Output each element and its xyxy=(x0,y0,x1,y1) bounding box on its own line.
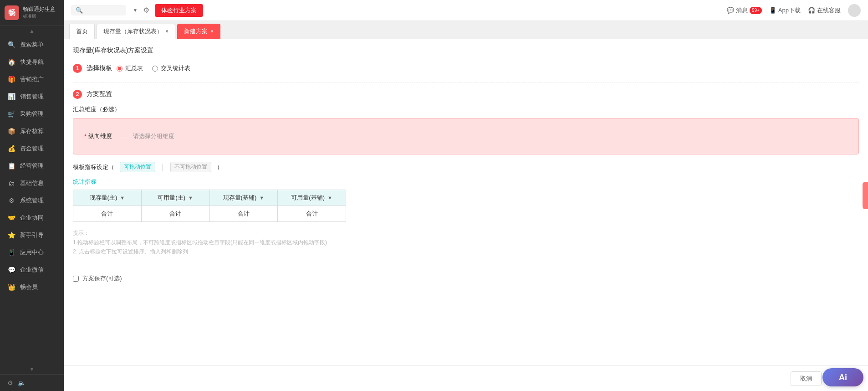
sidebar-item-sales[interactable]: 📊 销售管理 xyxy=(0,88,64,105)
tab-new-plan[interactable]: 新建方案 × xyxy=(177,24,220,39)
sidebar-item-finance[interactable]: 💰 资金管理 xyxy=(0,140,64,157)
app-logo: 畅 畅赚通好生意 标准版 xyxy=(0,0,64,26)
trial-btn[interactable]: 体验行业方案 xyxy=(155,4,203,17)
section2-title: 方案配置 xyxy=(87,90,112,98)
nav-dropdown[interactable]: ▼ xyxy=(131,8,138,13)
col2-chevron-icon[interactable]: ▼ xyxy=(259,195,264,201)
indicator-setting-label: 模板指标设定（ xyxy=(73,163,114,171)
indicator-close: ） xyxy=(217,163,223,171)
col1-sub-label: 合计 xyxy=(169,210,181,218)
sidebar-item-member[interactable]: 👑 畅会员 xyxy=(0,278,64,296)
chat-icon: 💬 xyxy=(7,266,15,273)
settings-bottom-icon[interactable]: ⚙ xyxy=(7,379,13,386)
headset-icon: 🎧 xyxy=(808,7,815,14)
money-icon: 💰 xyxy=(7,145,15,152)
col-current-aux-label: 现存量(基辅) xyxy=(223,194,257,202)
sidebar-bottom: ⚙ 🔈 xyxy=(0,374,64,391)
search-input[interactable] xyxy=(85,7,121,14)
message-label: 消息 xyxy=(736,6,748,15)
col0-sub: 合计 xyxy=(73,206,142,221)
sidebar-item-label: 快捷导航 xyxy=(20,58,44,66)
sidebar-item-management[interactable]: 📋 经营管理 xyxy=(0,157,64,175)
col0-sub-label: 合计 xyxy=(101,210,113,218)
tab-inventory-label: 现存量（库存状况表） xyxy=(103,27,163,36)
ai-float-button[interactable]: Ai xyxy=(822,368,863,386)
right-edge-handle[interactable] xyxy=(863,182,868,209)
col-current-main[interactable]: 现存量(主) ▼ xyxy=(73,190,142,206)
online-service-item[interactable]: 🎧 在线客服 xyxy=(808,6,841,15)
col-available-main[interactable]: 可用量(主) ▼ xyxy=(142,190,210,206)
section2-header: 2 方案配置 xyxy=(73,90,859,99)
tab-inventory-close-icon[interactable]: × xyxy=(165,28,168,35)
col3-sub-label: 合计 xyxy=(306,210,318,218)
sidebar-item-label: 企业微信 xyxy=(20,266,44,274)
draggable-tag: 可拖动位置 xyxy=(120,162,155,172)
sidebar-item-label: 营销推广 xyxy=(20,75,44,83)
sidebar-item-purchase[interactable]: 🛒 采购管理 xyxy=(0,105,64,123)
crown-icon: 👑 xyxy=(7,283,15,291)
sidebar-item-label: 系统管理 xyxy=(20,196,44,205)
sidebar-item-inventory[interactable]: 📦 库存核算 xyxy=(0,123,64,140)
page-inner: 现存量(库存状况表)方案设置 1 选择模板 汇总表 交叉统计表 xyxy=(64,39,868,365)
col1-chevron-icon[interactable]: ▼ xyxy=(188,195,193,201)
dimension-placeholder: 请选择分组维度 xyxy=(133,132,174,140)
col2-sub-label: 合计 xyxy=(238,210,250,218)
sidebar-item-newbie[interactable]: ⭐ 新手引导 xyxy=(0,226,64,244)
sidebar-nav: 🔍 搜索菜单 🏠 快捷导航 🎁 营销推广 📊 销售管理 🛒 采购管理 📦 库存核… xyxy=(0,36,64,364)
sidebar-item-marketing[interactable]: 🎁 营销推广 xyxy=(0,71,64,88)
indicator-separator: │ xyxy=(161,164,165,171)
radio-cross-label: 交叉统计表 xyxy=(161,64,190,72)
sidebar-item-app-center[interactable]: 📱 应用中心 xyxy=(0,244,64,261)
box-icon: 📦 xyxy=(7,128,15,135)
sidebar-scroll-up[interactable]: ▲ xyxy=(0,26,64,36)
sidebar-item-basic-info[interactable]: 🗂 基础信息 xyxy=(0,175,64,192)
col-current-aux[interactable]: 现存量(基辅) ▼ xyxy=(210,190,278,206)
chevron-down-icon: ▼ xyxy=(133,8,138,13)
message-icon: 💬 xyxy=(727,7,734,14)
gear-topbar-icon[interactable]: ⚙ xyxy=(143,6,149,15)
sidebar-item-system[interactable]: ⚙ 系统管理 xyxy=(0,192,64,209)
cart-icon: 🛒 xyxy=(7,110,15,118)
search-box[interactable]: 🔍 xyxy=(71,5,126,15)
tips-item-2: 2. 点击标题栏下拉可设置排序、插入列和删除列 xyxy=(73,248,859,256)
sidebar-item-wechat[interactable]: 💬 企业微信 xyxy=(0,261,64,278)
section-template: 1 选择模板 汇总表 交叉统计表 xyxy=(73,64,859,73)
tab-new-plan-label: 新建方案 xyxy=(184,27,208,36)
handshake-icon: 🤝 xyxy=(7,214,15,221)
user-avatar[interactable] xyxy=(848,4,861,17)
message-badge-item[interactable]: 💬 消息 99+ xyxy=(727,6,762,15)
tab-inventory-status[interactable]: 现存量（库存状况表） × xyxy=(97,24,175,39)
app-download-label: App下载 xyxy=(778,6,801,15)
online-service-label: 在线客服 xyxy=(817,6,841,15)
sidebar-item-label: 应用中心 xyxy=(20,248,44,257)
section1-num: 1 xyxy=(73,64,82,73)
sidebar-item-collab[interactable]: 🤝 企业协同 xyxy=(0,209,64,226)
col3-chevron-icon[interactable]: ▼ xyxy=(327,195,332,201)
sidebar-item-quicknav[interactable]: 🏠 快捷导航 xyxy=(0,53,64,71)
sidebar-item-label: 搜索菜单 xyxy=(20,41,44,49)
col-available-aux[interactable]: 可用量(基辅) ▼ xyxy=(278,190,346,206)
sidebar-item-label: 经营管理 xyxy=(20,162,44,170)
phone-icon: 📱 xyxy=(769,7,776,14)
vertical-dimension-label: 纵向维度 xyxy=(88,132,112,140)
speaker-icon[interactable]: 🔈 xyxy=(18,379,26,386)
sidebar-item-search[interactable]: 🔍 搜索菜单 xyxy=(0,36,64,53)
col0-chevron-icon[interactable]: ▼ xyxy=(120,195,125,201)
save-checkbox[interactable] xyxy=(73,276,79,282)
app-download-item[interactable]: 📱 App下载 xyxy=(769,6,801,15)
section1-title: 选择模板 xyxy=(87,64,112,72)
radio-cross[interactable]: 交叉统计表 xyxy=(152,64,190,72)
section1-header: 1 选择模板 汇总表 交叉统计表 xyxy=(73,64,859,73)
tab-new-plan-close-icon[interactable]: × xyxy=(210,28,214,35)
col2-sub: 合计 xyxy=(210,206,278,221)
tab-home[interactable]: 首页 xyxy=(69,24,95,39)
sidebar-scroll-down[interactable]: ▼ xyxy=(0,364,64,374)
delete-col-link[interactable]: 删除列 xyxy=(172,248,188,255)
radio-summary-input[interactable] xyxy=(117,66,123,72)
sidebar-item-label: 企业协同 xyxy=(20,214,44,222)
template-radio-group: 汇总表 交叉统计表 xyxy=(117,64,190,72)
radio-cross-input[interactable] xyxy=(152,66,158,72)
search-icon: 🔍 xyxy=(76,7,83,14)
cancel-button[interactable]: 取消 xyxy=(791,371,822,386)
radio-summary[interactable]: 汇总表 xyxy=(117,64,143,72)
